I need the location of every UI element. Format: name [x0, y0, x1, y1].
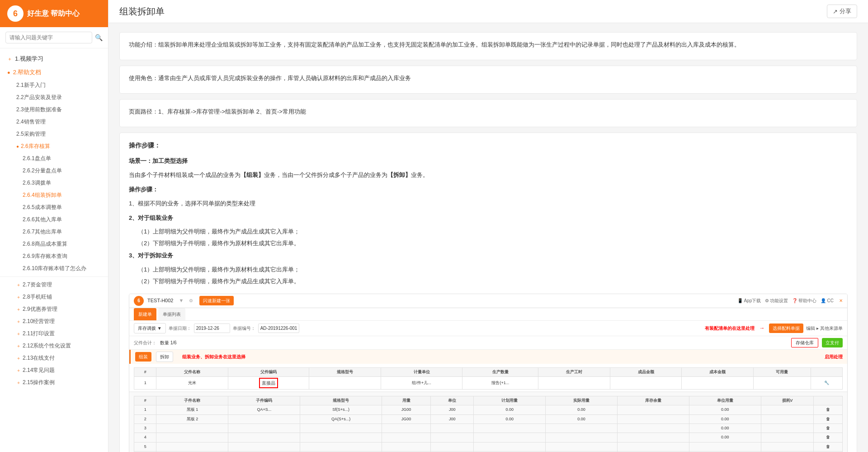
sidebar-item-help-docs[interactable]: ● 2.帮助文档 [0, 66, 108, 79]
expand-coupon-icon: ＋ [16, 306, 21, 313]
mock-child-table: # 子件名称 子件编码 规格型号 用量 单位 计划用量 实际用量 库存余量 [134, 396, 843, 452]
sidebar-item-ledger-fix[interactable]: 2.6.10库存账本错了怎么办 [0, 262, 108, 275]
sidebar-item-assembly[interactable]: 2.6.4组装拆卸单 [0, 189, 108, 201]
mock-type-selector-bar: 组装 拆卸 组装业务、拆卸业务在这里选择 启用处理 [129, 350, 847, 364]
mock-disassembly-type-btn[interactable]: 拆卸 [156, 352, 173, 362]
sidebar-item-online-pay[interactable]: ＋ 2.13在线支付 [0, 352, 108, 364]
mock-title: TEST-H002 [147, 296, 173, 305]
table-row: 4 0.00 [134, 433, 843, 442]
share-icon: ↗ [833, 8, 838, 15]
mock-select-bom-btn[interactable]: 选择配料单据 [769, 324, 803, 333]
sidebar-item-video-learning[interactable]: ＋ 1.视频学习 [0, 52, 108, 66]
mock-save-btn[interactable]: 库存调拨 ▼ [134, 323, 166, 333]
expand-icon: ＋ [7, 56, 12, 62]
steps-intro: 操作步骤： [129, 184, 848, 195]
mock-logo-icon: 6 [134, 296, 144, 306]
sidebar-item-beginner[interactable]: 2.1新手入门 [0, 79, 108, 91]
sidebar-item-install[interactable]: 2.2产品安装及登录 [0, 91, 108, 104]
sidebar: 6 好生意 帮助中心 🔍 ＋ 1.视频学习 ● 2.帮助文档 2.1新手入门 2… [0, 0, 108, 452]
sidebar-item-faq[interactable]: ＋ 2.14常见问题 [0, 364, 108, 376]
sidebar-item-other-inbound[interactable]: 2.6.6其他入库单 [0, 214, 108, 226]
path-text: 页面路径：1、库存核算->库存管理->组装拆卸单 2、首页->常用功能 [129, 107, 848, 117]
search-box: 🔍 [0, 27, 108, 48]
annotation-enable: 启用处理 [825, 353, 843, 361]
intro-card: 功能介绍：组装拆卸单用来处理企业组装或拆卸等加工业务，支持有固定装配清单的产品加… [119, 32, 857, 60]
table-row: 1 光米 直接品 组/件+儿... 报告(+1... [134, 377, 843, 390]
main-header: 组装拆卸单 ↗ 分享 [108, 0, 868, 23]
mock-tab-list[interactable]: 单据列表 [158, 308, 185, 320]
step2-sub1: （1）上部明细为父件明细，最终作为产成品生成其它入库单； [138, 227, 848, 237]
mock-nav-tabs: 新建单 单据列表 [129, 308, 847, 321]
sidebar-item-transfer[interactable]: 2.6.3调拨单 [0, 177, 108, 189]
mock-form-toolbar: 库存调拨 ▼ 单据日期： 2019-12-26 单据编号： AD-2019122… [129, 321, 847, 336]
scene1-desc: 当由多个子件材料组装成一个成品的业务为【组装】业务，当由一个父件拆分成多个子产品… [129, 170, 848, 180]
scene1-title: 场景一：加工类型选择 [129, 156, 848, 166]
nav-label: 1.视频学习 [15, 55, 43, 63]
mock-new-order-btn[interactable]: 闪速新建一张 [199, 296, 234, 305]
mock-lower-table-container: # 子件名称 子件编码 规格型号 用量 单位 计划用量 实际用量 库存余量 [129, 392, 847, 452]
mock-upper-table-container: # 父件名称 父件编码 规格型号 计量单位 生产数量 生产工时 成品金额 成本金… [129, 364, 847, 391]
collapse-icon-inventory: ● [16, 144, 19, 149]
arrow-right: → [759, 324, 764, 333]
screenshot-container: 6 TEST-H002 ▼ ⚙ 闪速新建一张 📱 App下载 ⚙ 功能设置 ❓ … [129, 294, 848, 452]
sidebar-item-partial-stocktake[interactable]: 2.6.2分量盘点单 [0, 165, 108, 177]
expand-ops-icon: ＋ [16, 319, 21, 325]
steps-card: 操作步骤： 场景一：加工类型选择 当由多个子件材料组装成一个成品的业务为【组装】… [119, 133, 857, 452]
expand-print-icon: ＋ [16, 331, 21, 337]
sidebar-item-purchase[interactable]: 2.5采购管理 [0, 128, 108, 140]
sidebar-item-operations[interactable]: ＋ 2.10经营管理 [0, 315, 108, 328]
sidebar-header: 6 好生意 帮助中心 [0, 0, 108, 27]
mock-sub-toolbar: 父件合计： 数量 1/6 存储仓库 立支付 [129, 336, 847, 350]
sidebar-item-cost-recalc[interactable]: 2.6.8商品成本重算 [0, 238, 108, 250]
table-row: 2 黑板 2 QA(S+s...) JG00 J00 0.00 0.00 [134, 414, 843, 423]
intro-text: 功能介绍：组装拆卸单用来处理企业组装或拆卸等加工业务，支持有固定装配清单的产品加… [129, 40, 848, 50]
sidebar-item-cost-adjust[interactable]: 2.6.5成本调整单 [0, 201, 108, 214]
content-area: 功能介绍：组装拆卸单用来处理企业组装或拆卸等加工业务，支持有固定装配清单的产品加… [108, 23, 868, 452]
mock-parent-table: # 父件名称 父件编码 规格型号 计量单位 生产数量 生产工时 成品金额 成本金… [134, 367, 843, 390]
sidebar-item-inventory-ledger[interactable]: 2.6.9库存账本查询 [0, 250, 108, 262]
share-button[interactable]: ↗ 分享 [827, 5, 857, 18]
expand-pay-icon: ＋ [16, 355, 21, 362]
expand-settings-icon: ＋ [16, 343, 21, 349]
sidebar-item-coupon[interactable]: ＋ 2.9优惠券管理 [0, 303, 108, 315]
mock-date-field[interactable]: 2019-12-26 [194, 324, 230, 333]
step3-label: 3、对于拆卸业务 [129, 250, 848, 261]
sidebar-item-inventory[interactable]: ● 2.6库存核算 [0, 140, 108, 152]
step2-sub2: （2）下部明细为子件明细，最终作为原材料生成其它出库单。 [138, 238, 848, 248]
mock-assembly-type-btn[interactable]: 组装 [135, 352, 151, 362]
mock-screenshot: 6 TEST-H002 ▼ ⚙ 闪速新建一张 📱 App下载 ⚙ 功能设置 ❓ … [129, 294, 847, 452]
red-box-code: 直接品 [259, 378, 278, 388]
sidebar-item-system-settings[interactable]: ＋ 2.12系统个性化设置 [0, 340, 108, 352]
mock-confirm-btn[interactable]: 立支付 [822, 338, 843, 347]
sidebar-item-sales[interactable]: 2.4销售管理 [0, 116, 108, 128]
table-row: 1 黑板 1 QA+S... Sf(S+s...) JG00 J00 0.00 … [134, 405, 843, 414]
search-button[interactable]: 🔍 [95, 34, 103, 41]
collapse-icon: ● [7, 70, 10, 75]
page-title: 组装拆卸单 [119, 5, 165, 18]
expand-faq-icon: ＋ [16, 367, 21, 374]
sidebar-item-finance[interactable]: ＋ 2.7资金管理 [0, 279, 108, 291]
sidebar-item-cases[interactable]: ＋ 2.15操作案例 [0, 376, 108, 389]
main-area: 组装拆卸单 ↗ 分享 功能介绍：组装拆卸单用来处理企业组装或拆卸等加工业务，支持… [108, 0, 868, 452]
steps-title: 操作步骤： [129, 140, 848, 151]
sidebar-item-mobile[interactable]: ＋ 2.8手机旺铺 [0, 291, 108, 303]
sidebar-item-data-prep[interactable]: 2.3使用前数据准备 [0, 104, 108, 116]
annotation-assembly-list: 有装配清单的在这里处理 [705, 324, 755, 332]
app-title: 好生意 帮助中心 [27, 9, 80, 19]
step2-label: 2、对于组装业务 [129, 213, 848, 223]
sidebar-item-print[interactable]: ＋ 2.11打印设置 [0, 328, 108, 340]
mock-topbar: 6 TEST-H002 ▼ ⚙ 闪速新建一张 📱 App下载 ⚙ 功能设置 ❓ … [129, 294, 847, 308]
step1: 1、根据不同的业务，选择不同单据的类型来处理 [129, 198, 848, 209]
mock-order-no-field[interactable]: AD-20191226-001 [258, 324, 300, 333]
role-text: 使用角色：通常由生产人员或库管人员完成拆装业务的操作，库管人员确认原材料的出库和… [129, 73, 848, 83]
search-input[interactable] [5, 32, 92, 43]
expand-mobile-icon: ＋ [16, 294, 21, 300]
logo-icon: 6 [7, 5, 24, 22]
path-card: 页面路径：1、库存核算->库存管理->组装拆卸单 2、首页->常用功能 [119, 99, 857, 127]
sidebar-item-other-outbound[interactable]: 2.6.7其他出库单 [0, 226, 108, 238]
expand-cases-icon: ＋ [16, 380, 21, 386]
sidebar-item-stocktake[interactable]: 2.6.1盘点单 [0, 152, 108, 165]
mock-tab-active[interactable]: 新建单 [134, 308, 156, 320]
mock-warehouse-field[interactable]: 存储仓库 [791, 338, 818, 347]
step3-sub1: （1）上部明细为父件明细，最终作为原材料生成其它出库单； [138, 265, 848, 275]
